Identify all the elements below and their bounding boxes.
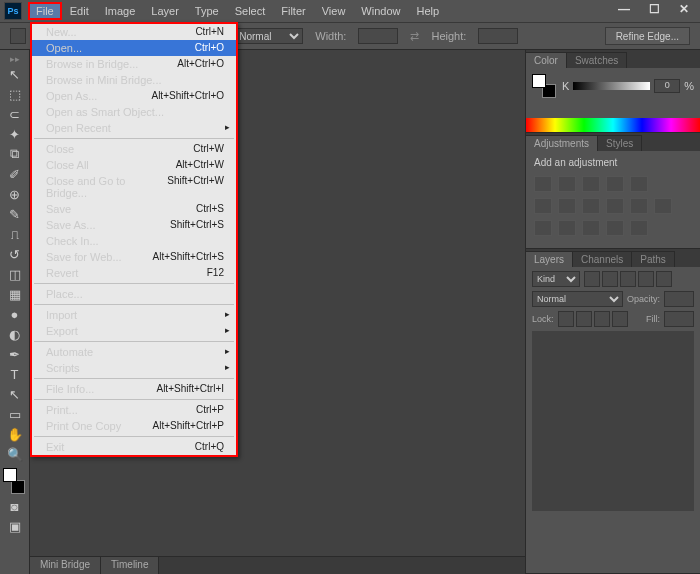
type-tool[interactable]: T <box>3 364 27 384</box>
adj-mixer[interactable] <box>630 198 648 214</box>
blur-tool[interactable]: ● <box>3 304 27 324</box>
menu-window[interactable]: Window <box>353 2 408 20</box>
foreground-color[interactable] <box>3 468 17 482</box>
menu-item-open-as-smart-object[interactable]: Open as Smart Object... <box>32 104 236 120</box>
menu-help[interactable]: Help <box>408 2 447 20</box>
history-brush-tool[interactable]: ↺ <box>3 244 27 264</box>
tab-adjustments[interactable]: Adjustments <box>526 135 598 151</box>
filter-pixel-icon[interactable] <box>584 271 600 287</box>
adj-balance[interactable] <box>558 198 576 214</box>
minimize-button[interactable]: — <box>614 2 634 16</box>
tab-swatches[interactable]: Swatches <box>567 52 627 68</box>
refine-edge-button[interactable]: Refine Edge... <box>605 27 690 45</box>
spectrum-ramp[interactable] <box>526 118 700 132</box>
menu-item-close[interactable]: CloseCtrl+W <box>32 141 236 157</box>
lock-all-icon[interactable] <box>612 311 628 327</box>
menu-item-revert[interactable]: RevertF12 <box>32 265 236 281</box>
menu-layer[interactable]: Layer <box>143 2 187 20</box>
panel-color-swatch[interactable] <box>532 74 556 98</box>
quickmask-tool[interactable]: ◙ <box>3 496 27 516</box>
menu-file[interactable]: File <box>28 2 62 20</box>
menu-item-open-as[interactable]: Open As...Alt+Shift+Ctrl+O <box>32 88 236 104</box>
filter-type-icon[interactable] <box>620 271 636 287</box>
layer-kind-select[interactable]: Kind <box>532 271 580 287</box>
blend-mode-select[interactable]: Normal <box>532 291 623 307</box>
menu-item-save-as[interactable]: Save As...Shift+Ctrl+S <box>32 217 236 233</box>
marquee-tool[interactable]: ⬚ <box>3 84 27 104</box>
adj-lookup[interactable] <box>654 198 672 214</box>
menu-view[interactable]: View <box>314 2 354 20</box>
adj-curves[interactable] <box>582 176 600 192</box>
menu-item-save[interactable]: SaveCtrl+S <box>32 201 236 217</box>
menu-item-check-in[interactable]: Check In... <box>32 233 236 249</box>
menu-item-automate[interactable]: Automate <box>32 344 236 360</box>
swap-icon[interactable]: ⇄ <box>410 30 419 43</box>
menu-type[interactable]: Type <box>187 2 227 20</box>
tab-layers[interactable]: Layers <box>526 251 573 267</box>
menu-item-close-all[interactable]: Close AllAlt+Ctrl+W <box>32 157 236 173</box>
adj-hue[interactable] <box>534 198 552 214</box>
k-slider[interactable] <box>573 82 650 90</box>
adj-levels[interactable] <box>558 176 576 192</box>
menu-edit[interactable]: Edit <box>62 2 97 20</box>
stamp-tool[interactable]: ⎍ <box>3 224 27 244</box>
tab-styles[interactable]: Styles <box>598 135 642 151</box>
menu-item-scripts[interactable]: Scripts <box>32 360 236 376</box>
menu-item-import[interactable]: Import <box>32 307 236 323</box>
opacity-input[interactable] <box>664 291 694 307</box>
k-value[interactable]: 0 <box>654 79 680 93</box>
screenmode-tool[interactable]: ▣ <box>3 516 27 536</box>
heal-tool[interactable]: ⊕ <box>3 184 27 204</box>
fill-input[interactable] <box>664 311 694 327</box>
pen-tool[interactable]: ✒ <box>3 344 27 364</box>
tab-color[interactable]: Color <box>526 52 567 68</box>
adj-gradient[interactable] <box>606 220 624 236</box>
path-tool[interactable]: ↖ <box>3 384 27 404</box>
adj-selective[interactable] <box>630 220 648 236</box>
menu-item-print[interactable]: Print...Ctrl+P <box>32 402 236 418</box>
menu-item-exit[interactable]: ExitCtrl+Q <box>32 439 236 455</box>
crop-tool[interactable]: ⧉ <box>3 144 27 164</box>
tool-preset-icon[interactable] <box>10 28 26 44</box>
menu-item-open-recent[interactable]: Open Recent <box>32 120 236 136</box>
color-swatch[interactable] <box>3 468 27 496</box>
filter-adjust-icon[interactable] <box>602 271 618 287</box>
adj-exposure[interactable] <box>606 176 624 192</box>
menu-item-open[interactable]: Open...Ctrl+O <box>32 40 236 56</box>
maximize-button[interactable]: ☐ <box>644 2 664 16</box>
zoom-tool[interactable]: 🔍 <box>3 444 27 464</box>
filter-smart-icon[interactable] <box>656 271 672 287</box>
tab-mini-bridge[interactable]: Mini Bridge <box>30 557 101 574</box>
background-color[interactable] <box>11 480 25 494</box>
shape-tool[interactable]: ▭ <box>3 404 27 424</box>
menu-item-browse-in-mini-bridge[interactable]: Browse in Mini Bridge... <box>32 72 236 88</box>
adj-bw[interactable] <box>582 198 600 214</box>
lock-pixel-icon[interactable] <box>576 311 592 327</box>
menu-item-close-and-go-to-bridge[interactable]: Close and Go to Bridge...Shift+Ctrl+W <box>32 173 236 201</box>
lock-trans-icon[interactable] <box>558 311 574 327</box>
menu-item-browse-in-bridge[interactable]: Browse in Bridge...Alt+Ctrl+O <box>32 56 236 72</box>
lasso-tool[interactable]: ⊂ <box>3 104 27 124</box>
adj-photo[interactable] <box>606 198 624 214</box>
eraser-tool[interactable]: ◫ <box>3 264 27 284</box>
move-tool[interactable]: ↖ <box>3 64 27 84</box>
adj-invert[interactable] <box>534 220 552 236</box>
brush-tool[interactable]: ✎ <box>3 204 27 224</box>
tab-timeline[interactable]: Timeline <box>101 557 159 574</box>
lock-pos-icon[interactable] <box>594 311 610 327</box>
eyedropper-tool[interactable]: ✐ <box>3 164 27 184</box>
menu-item-print-one-copy[interactable]: Print One CopyAlt+Shift+Ctrl+P <box>32 418 236 434</box>
menu-item-save-for-web[interactable]: Save for Web...Alt+Shift+Ctrl+S <box>32 249 236 265</box>
adj-poster[interactable] <box>558 220 576 236</box>
hand-tool[interactable]: ✋ <box>3 424 27 444</box>
menu-item-new[interactable]: New...Ctrl+N <box>32 24 236 40</box>
height-input[interactable] <box>478 28 518 44</box>
tab-channels[interactable]: Channels <box>573 251 632 267</box>
wand-tool[interactable]: ✦ <box>3 124 27 144</box>
adj-brightness[interactable] <box>534 176 552 192</box>
dodge-tool[interactable]: ◐ <box>3 324 27 344</box>
menu-filter[interactable]: Filter <box>273 2 313 20</box>
menu-image[interactable]: Image <box>97 2 144 20</box>
filter-shape-icon[interactable] <box>638 271 654 287</box>
width-input[interactable] <box>358 28 398 44</box>
